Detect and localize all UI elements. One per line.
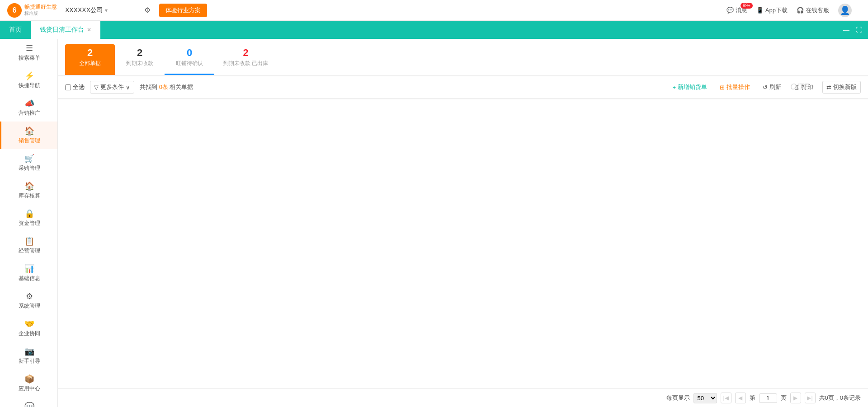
sidebar-item-wechat[interactable]: 💬 企业微信: [0, 397, 57, 407]
settings-icon[interactable]: ⚙: [141, 4, 154, 17]
per-page-select[interactable]: 50 100 200: [693, 393, 717, 403]
stats-label-overdue: 到期未收款: [124, 60, 156, 67]
tab-minimize-icon[interactable]: —: [841, 24, 852, 35]
sidebar-item-purchase[interactable]: 🛒 采购管理: [0, 149, 57, 177]
stats-count-all: 2: [74, 48, 106, 58]
sidebar-item-marketing[interactable]: 📣 营销推广: [0, 94, 57, 122]
wechat-icon: 💬: [24, 402, 34, 407]
checkbox-input[interactable]: [65, 84, 71, 90]
sidebar-item-guide[interactable]: 📷 新手引导: [0, 342, 57, 370]
sidebar-item-label: 采购管理: [19, 164, 40, 172]
add-sales-btn[interactable]: + 新增销货单: [669, 81, 711, 93]
filter-chevron-icon: ∨: [126, 84, 130, 91]
refresh-icon: ↺: [763, 84, 768, 91]
tab-workbench-label: 钱货日清工作台: [40, 26, 84, 34]
sidebar-item-quick-nav[interactable]: ⚡ 快捷导航: [0, 66, 57, 94]
refresh-btn[interactable]: ↺ 刷新: [759, 81, 785, 93]
found-count: 0条: [159, 84, 168, 90]
tab-home[interactable]: 首页: [0, 21, 31, 39]
sidebar-item-inventory[interactable]: 🏠 库存核算: [0, 177, 57, 204]
app-download-label: App下载: [765, 6, 788, 14]
sidebar-item-operations[interactable]: 📋 经营管理: [0, 232, 57, 259]
filter-icon: ▽: [94, 84, 99, 91]
page-suffix: 页: [781, 394, 787, 402]
pagination-bar: 每页显示 50 100 200 |◀ ◀ 第 页 ▶ ▶| 共0页，0条记录: [58, 388, 868, 407]
app-download-icon: 📱: [756, 7, 764, 14]
sidebar-item-funds[interactable]: 🔒 资金管理: [0, 204, 57, 232]
company-name: XXXXXX公司: [65, 6, 103, 14]
top-bar-right: 💬 消息 99+ 📱 App下载 🎧 在线客服 👤: [726, 4, 861, 17]
select-all-label: 全选: [73, 83, 85, 91]
message-badge: 99+: [741, 3, 753, 9]
logo-name: 畅捷通好生意: [24, 4, 57, 11]
stats-count-pending: 0: [174, 48, 205, 58]
refresh-label: 刷新: [769, 83, 781, 91]
batch-label: 批量操作: [726, 83, 750, 91]
tab-home-label: 首页: [9, 26, 22, 34]
stats-tabs: 2 全部单据 2 到期未收款 0 旺铺待确认 2 到期未收款 已出库: [58, 39, 868, 75]
prev-page-btn[interactable]: ◀: [735, 393, 746, 403]
industry-btn[interactable]: 体验行业方案: [159, 4, 207, 17]
switch-label: 切换新版: [833, 83, 857, 91]
more-filter-btn[interactable]: ▽ 更多条件 ∨: [90, 81, 134, 94]
sidebar-item-label: 销售管理: [19, 137, 40, 145]
stats-label-shipped: 到期未收款 已出库: [223, 60, 268, 67]
sidebar-item-search-menu[interactable]: ☰ 搜索菜单: [0, 39, 57, 66]
stats-tab-pending[interactable]: 0 旺铺待确认: [165, 44, 214, 75]
main-content: 2 全部单据 2 到期未收款 0 旺铺待确认 2 到期未收款 已出库 全选: [58, 39, 868, 407]
tab-workbench[interactable]: 钱货日清工作台 ✕: [31, 21, 100, 39]
select-all-checkbox[interactable]: 全选: [65, 83, 85, 91]
sidebar-item-app-center[interactable]: 📦 应用中心: [0, 370, 57, 397]
batch-ops-btn[interactable]: ⊞ 批量操作: [716, 81, 754, 93]
guide-icon: 📷: [24, 347, 34, 356]
sidebar-item-label: 资金管理: [19, 220, 40, 227]
system-icon: ⚙: [26, 292, 33, 300]
toolbar-right: + 新增销货单 ⊞ 批量操作 ↺ 刷新 🖨 打印 ⇄ 切换新版: [669, 81, 861, 94]
headset-icon: 🎧: [797, 7, 804, 14]
page-input[interactable]: [759, 393, 777, 403]
online-service-label: 在线客服: [806, 6, 829, 14]
avatar[interactable]: 👤: [838, 4, 852, 17]
search-menu-icon: ☰: [26, 44, 33, 52]
sidebar-item-label: 经营管理: [19, 247, 40, 255]
sidebar-item-label: 企业协同: [19, 330, 40, 337]
sidebar-item-label: 库存核算: [19, 192, 40, 200]
layout: ☰ 搜索菜单 ⚡ 快捷导航 📣 营销推广 🏠 销售管理 🛒 采购管理 🏠 库存核…: [0, 39, 868, 407]
add-icon: +: [672, 84, 676, 91]
funds-icon: 🔒: [24, 210, 34, 218]
batch-icon: ⊞: [720, 84, 725, 91]
add-label: 新增销货单: [678, 83, 707, 91]
operations-icon: 📋: [24, 237, 34, 245]
table-empty: [58, 99, 868, 388]
filter-label: 更多条件: [100, 83, 124, 91]
quick-nav-icon: ⚡: [24, 72, 34, 80]
sidebar-item-cooperation[interactable]: 🤝 企业协同: [0, 314, 57, 342]
tab-close-icon[interactable]: ✕: [87, 27, 91, 33]
tab-maximize-icon[interactable]: ⛶: [854, 24, 864, 35]
first-page-btn[interactable]: |◀: [721, 393, 731, 403]
nav-controls: — ⛶: [837, 24, 868, 35]
last-page-btn[interactable]: ▶|: [805, 393, 816, 403]
app-download-btn[interactable]: 📱 App下载: [756, 6, 788, 14]
switch-version-btn[interactable]: ⇄ 切换新版: [822, 81, 861, 94]
sidebar-item-sales[interactable]: 🏠 销售管理: [0, 122, 57, 149]
message-icon: 💬: [726, 7, 734, 14]
sidebar-item-label: 应用中心: [19, 385, 40, 393]
stats-tab-overdue[interactable]: 2 到期未收款: [115, 44, 165, 75]
app-center-icon: 📦: [24, 375, 34, 383]
cooperation-icon: 🤝: [24, 320, 34, 328]
logo-icon: 6: [7, 3, 22, 18]
sales-icon: 🏠: [24, 127, 34, 135]
sidebar-item-label: 系统管理: [19, 302, 40, 310]
next-page-btn[interactable]: ▶: [790, 393, 801, 403]
message-btn[interactable]: 💬 消息 99+: [726, 6, 747, 14]
company-selector[interactable]: XXXXXX公司 ▾: [65, 6, 137, 14]
sidebar-item-basic-info[interactable]: 📊 基础信息: [0, 259, 57, 287]
stats-tab-all[interactable]: 2 全部单据: [65, 44, 115, 75]
sidebar-item-system[interactable]: ⚙ 系统管理: [0, 287, 57, 314]
stats-tab-shipped[interactable]: 2 到期未收款 已出库: [214, 44, 277, 75]
top-bar: 6 畅捷通好生意 标准版 XXXXXX公司 ▾ ⚙ 体验行业方案 💬 消息 99…: [0, 0, 868, 21]
basic-info-icon: 📊: [24, 265, 34, 273]
print-btn[interactable]: 🖨 打印: [790, 81, 817, 93]
online-service-btn[interactable]: 🎧 在线客服: [797, 6, 829, 14]
